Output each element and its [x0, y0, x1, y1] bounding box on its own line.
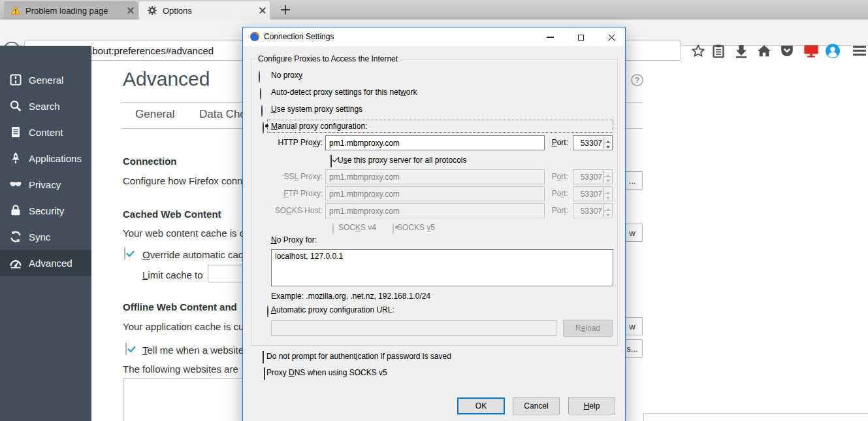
sidebar-item-privacy[interactable]: Privacy	[0, 171, 91, 197]
firefox-icon	[249, 31, 260, 42]
minimize-button[interactable]	[542, 33, 558, 42]
system-proxy-radio[interactable]	[261, 105, 263, 117]
manual-proxy-radio[interactable]	[263, 122, 264, 134]
gear-icon	[147, 5, 157, 16]
proxy-groupbox-legend: Configure Proxies to Access the Internet	[255, 54, 400, 63]
pocket-icon[interactable]	[780, 44, 794, 58]
http-proxy-label: HTTP Proxy:	[259, 138, 323, 147]
tell-me-label: Tell me when a website	[142, 345, 244, 356]
connection-description: Configure how Firefox conn	[123, 175, 242, 186]
ssl-port-input: 53307	[573, 169, 613, 184]
warning-icon	[10, 5, 21, 16]
close-icon	[608, 34, 615, 41]
sidebar-item-general[interactable]: General	[0, 67, 91, 93]
cancel-button[interactable]: Cancel	[513, 397, 560, 414]
port-spinner	[603, 205, 611, 217]
tell-me-checkbox[interactable]	[125, 343, 127, 355]
use-for-all-protocols-checkbox[interactable]	[330, 155, 332, 167]
auto-config-url-input	[271, 320, 556, 336]
following-websites-label: The following websites are	[123, 363, 238, 375]
new-tab-icon[interactable]	[281, 5, 290, 14]
sidebar-item-label: General	[29, 75, 63, 86]
dialog-title: Connection Settings	[264, 32, 334, 41]
downloads-icon[interactable]	[734, 44, 748, 58]
port-spinner[interactable]	[603, 137, 611, 149]
sync-icon	[9, 230, 22, 243]
preferences-sidebar: General Search Content Applications Priv…	[0, 46, 91, 421]
search-icon	[9, 99, 22, 112]
no-proxy-radio[interactable]	[259, 71, 260, 83]
tab-data-choices[interactable]: Data Choi	[199, 108, 249, 121]
port-spinner	[603, 171, 611, 183]
ftp-proxy-input: pm1.mbmproxy.com	[325, 186, 545, 201]
close-tab-icon[interactable]	[259, 7, 266, 14]
socks-v5-label: SOCKS v5	[397, 223, 435, 232]
auto-config-url-radio[interactable]	[267, 305, 268, 318]
no-proxy-for-textarea[interactable]: localhost, 127.0.0.1	[271, 249, 613, 286]
sidebar-item-search[interactable]: Search	[0, 93, 91, 119]
tab-title: Problem loading page	[25, 6, 127, 16]
document-icon	[9, 126, 22, 139]
sidebar-item-label: Applications	[29, 153, 82, 164]
ftp-port-input: 53307	[573, 186, 613, 201]
bookmark-star-icon[interactable]	[691, 44, 705, 58]
close-button[interactable]	[603, 33, 619, 42]
tab-general[interactable]: General	[135, 108, 174, 121]
sidebar-item-applications[interactable]: Applications	[0, 145, 91, 171]
port-spinner	[603, 188, 611, 200]
proxy-dns-checkbox[interactable]	[264, 367, 265, 380]
tab-bar: Problem loading page Options	[0, 0, 868, 20]
auto-detect-label: Auto-detect proxy settings for this netw…	[271, 88, 417, 97]
ssl-port-label: Port:	[545, 172, 568, 181]
ftp-port-label: Port:	[545, 189, 568, 198]
tab-options[interactable]: Options	[139, 1, 270, 20]
offline-web-content-heading: Offline Web Content and	[123, 301, 237, 312]
gauge-icon	[9, 256, 22, 269]
url-text[interactable]: about:preferences#advanced	[87, 45, 214, 56]
override-cache-checkbox[interactable]	[124, 247, 125, 260]
use-for-all-protocols-label: Use this proxy server for all protocols	[338, 156, 466, 165]
dialog-titlebar[interactable]: Connection Settings	[243, 27, 625, 46]
socks-v5-radio	[393, 223, 394, 235]
ftp-proxy-label: FTP Proxy:	[259, 189, 323, 198]
system-proxy-label: Use system proxy settings	[271, 105, 362, 114]
connection-settings-dialog: Connection Settings Configure Proxies to…	[242, 27, 626, 421]
limit-cache-label: Limit cache to	[142, 269, 203, 280]
sidebar-item-label: Content	[29, 127, 63, 138]
http-port-input[interactable]: 53307	[573, 135, 613, 150]
lock-icon	[9, 204, 22, 217]
socks-v4-label: SOCKS v4	[338, 223, 376, 232]
menu-icon[interactable]	[853, 46, 866, 56]
proxy-groupbox	[251, 59, 618, 346]
mask-icon	[9, 178, 22, 191]
help-button[interactable]: Help	[568, 397, 615, 414]
proxy-dns-label: Proxy DNS when using SOCKS v5	[266, 368, 387, 377]
ssl-proxy-input: pm1.mbmproxy.com	[325, 169, 545, 184]
auto-detect-radio[interactable]	[260, 88, 261, 100]
sidebar-item-content[interactable]: Content	[0, 119, 91, 145]
no-auth-prompt-checkbox[interactable]	[263, 351, 264, 363]
screenshare-icon[interactable]	[803, 44, 819, 58]
http-proxy-input[interactable]: pm1.mbmproxy.com	[325, 135, 545, 150]
tab-problem-loading[interactable]: Problem loading page	[4, 1, 138, 20]
sidebar-item-label: Security	[29, 205, 64, 216]
sidebar-item-security[interactable]: Security	[0, 197, 91, 224]
ssl-proxy-label: SSL Proxy:	[259, 172, 323, 181]
sidebar-item-advanced[interactable]: Advanced	[0, 250, 91, 276]
general-icon	[9, 73, 22, 86]
socks-host-input: pm1.mbmproxy.com	[325, 203, 545, 218]
sidebar-item-label: Sync	[29, 231, 50, 243]
close-tab-icon[interactable]	[127, 7, 134, 14]
no-proxy-for-label: No Proxy for:	[271, 235, 317, 244]
tab-title: Options	[163, 6, 259, 16]
sidebar-item-sync[interactable]: Sync	[0, 224, 91, 250]
reload-button: Reload	[563, 320, 613, 337]
ok-button[interactable]: OK	[457, 397, 505, 414]
home-icon[interactable]	[757, 44, 771, 58]
account-icon[interactable]	[826, 44, 840, 58]
reading-list-icon[interactable]	[711, 44, 726, 58]
cached-web-content-description: Your web content cache is c	[123, 227, 244, 239]
auto-config-url-label: Automatic proxy configuration URL:	[271, 305, 394, 314]
help-icon[interactable]: ?	[631, 74, 643, 86]
maximize-button[interactable]	[573, 33, 588, 42]
